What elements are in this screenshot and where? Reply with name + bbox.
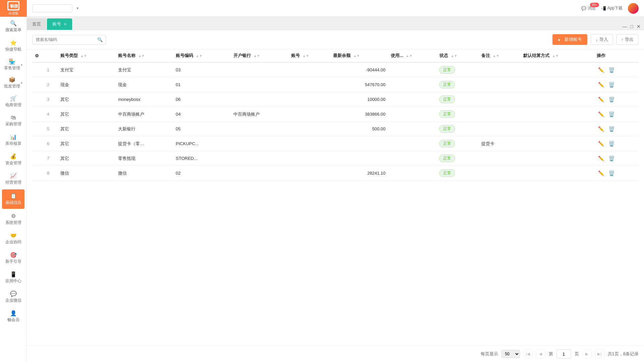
- sidebar-item-search-menu[interactable]: 🔍 搜索菜单: [0, 17, 26, 36]
- sidebar-item-inventory[interactable]: 📊 库存核算: [0, 130, 26, 150]
- delete-btn-6[interactable]: 🗑️: [607, 155, 616, 162]
- status-badge-2: 正常: [439, 96, 455, 103]
- cell-code-4: 05: [173, 122, 231, 136]
- col-account[interactable]: 账号 ▲▼: [288, 49, 330, 62]
- col-type-sort: ▲▼: [80, 54, 87, 58]
- cell-settings-3: [32, 107, 44, 122]
- cell-balance-2: 10000.00: [330, 92, 388, 107]
- toolbar-right: + 新增账号 ↓ 导入 ↑ 导出: [552, 34, 639, 45]
- pagination-last-btn[interactable]: ▶|: [595, 349, 604, 359]
- sidebar-item-enterprise-agreement[interactable]: 🤝 企业协同: [0, 229, 26, 248]
- col-usage[interactable]: 使用... ▲▼: [388, 49, 437, 62]
- delete-btn-3[interactable]: 🗑️: [607, 111, 616, 118]
- page-size-label: 每页显示: [481, 351, 498, 357]
- col-status[interactable]: 状态 ▲▼: [437, 49, 479, 62]
- sidebar-item-enterprise-wechat[interactable]: 💬 企业微信: [0, 287, 26, 307]
- sidebar-item-retail[interactable]: 🏪 零售管理 ▾: [0, 56, 26, 74]
- cell-num-0: 1: [44, 62, 58, 77]
- export-btn[interactable]: ↑ 导出: [616, 34, 639, 45]
- edit-btn-4[interactable]: ✏️: [597, 125, 606, 133]
- edit-btn-1[interactable]: ✏️: [597, 81, 606, 88]
- cell-payment-3: [521, 107, 594, 122]
- sidebar-item-wholesale[interactable]: 📦 批发管理 ▾: [0, 74, 26, 92]
- tab-close-icon[interactable]: ✕: [64, 22, 67, 26]
- delete-btn-1[interactable]: 🗑️: [607, 81, 616, 88]
- topbar-search-input[interactable]: [32, 4, 72, 12]
- sidebar-item-app-center[interactable]: 📱 应用中心: [0, 268, 26, 287]
- edit-btn-0[interactable]: ✏️: [597, 66, 606, 74]
- app-download-icon: 📲: [601, 6, 606, 11]
- edit-btn-2[interactable]: ✏️: [597, 96, 606, 103]
- tab-home[interactable]: 首页: [27, 18, 46, 30]
- search-menu-icon: 🔍: [10, 20, 17, 26]
- edit-btn-6[interactable]: ✏️: [597, 155, 606, 162]
- delete-btn-7[interactable]: 🗑️: [607, 170, 616, 177]
- add-account-btn[interactable]: + 新增账号: [552, 34, 587, 45]
- cell-status-2: 正常: [437, 92, 479, 107]
- topbar-app-download-btn[interactable]: 📲 App下载: [601, 5, 623, 11]
- col-bank[interactable]: 开户银行 ▲▼: [231, 49, 288, 62]
- sidebar-item-label-app-center: 应用中心: [5, 278, 21, 284]
- retail-arrow-icon: ▾: [21, 63, 22, 67]
- col-code[interactable]: 账号编码 ▲▼: [173, 49, 231, 62]
- delete-btn-4[interactable]: 🗑️: [607, 125, 616, 133]
- cell-name-1: 现金: [115, 77, 173, 92]
- col-type[interactable]: 账号类型 ▲▼: [58, 49, 115, 62]
- system-icon: ⚙: [11, 213, 16, 219]
- import-btn[interactable]: ↓ 导入: [591, 34, 613, 45]
- col-settings[interactable]: ⚙: [32, 49, 44, 62]
- cell-notes-7: [479, 166, 521, 181]
- col-notes[interactable]: 备注 ▲▼: [479, 49, 521, 62]
- page-size-select[interactable]: 50 100 200: [501, 350, 520, 358]
- message-icon: 💬: [581, 6, 586, 11]
- edit-btn-5[interactable]: ✏️: [597, 140, 606, 147]
- sidebar-item-purchase[interactable]: 🛍 采购管理: [0, 111, 26, 130]
- page-number-input[interactable]: [556, 349, 571, 359]
- col-payment[interactable]: 默认结算方式 ▲▼: [521, 49, 594, 62]
- cell-usage-5: [388, 136, 437, 151]
- sidebar-item-label-capital: 资金管理: [5, 160, 21, 166]
- sidebar-item-capital[interactable]: 💰 资金管理: [0, 150, 26, 169]
- sidebar-item-system[interactable]: ⚙ 系统管理: [0, 209, 26, 229]
- edit-btn-3[interactable]: ✏️: [597, 111, 606, 118]
- sidebar-item-label-guide: 新手引导: [5, 259, 21, 264]
- topbar-message-btn[interactable]: 💬 消息 99+: [581, 5, 596, 11]
- window-minimize-btn[interactable]: —: [622, 23, 628, 30]
- account-search-input[interactable]: [33, 35, 95, 44]
- sidebar-item-guide[interactable]: 🎯 新手引导: [0, 248, 26, 268]
- delete-btn-0[interactable]: 🗑️: [607, 66, 616, 74]
- pagination-next-btn[interactable]: ▶: [582, 349, 592, 359]
- col-balance[interactable]: 最新余额 ▲▼: [330, 49, 388, 62]
- search-submit-btn[interactable]: 🔍: [95, 35, 106, 44]
- topbar-avatar[interactable]: [628, 3, 639, 14]
- page-toolbar: 🔍 + 新增账号 ↓ 导入 ↑ 导出: [27, 30, 644, 49]
- retail-icon: 🏪: [9, 58, 15, 65]
- sidebar-item-basic-info[interactable]: 📋 基础信息: [2, 189, 24, 209]
- cell-code-1: 01: [173, 77, 231, 92]
- sidebar-item-member[interactable]: 👤 畅会员: [0, 307, 26, 326]
- tab-account[interactable]: 账号 ✕: [47, 18, 72, 30]
- sidebar-item-quick-nav[interactable]: ⭐ 快捷导航: [0, 36, 26, 56]
- cell-notes-0: [479, 62, 521, 77]
- window-maximize-btn[interactable]: □: [630, 23, 634, 30]
- edit-btn-7[interactable]: ✏️: [597, 170, 606, 177]
- delete-btn-5[interactable]: 🗑️: [607, 140, 616, 147]
- col-payment-label: 默认结算方式: [523, 53, 549, 58]
- sidebar-item-operations[interactable]: 📈 经营管理: [0, 169, 26, 189]
- table-row: 6 其它 提货卡（零… PICKUPC... 正常 提货卡 ✏️ 🗑️: [32, 136, 639, 151]
- topbar-dropdown-icon[interactable]: ▾: [76, 6, 79, 11]
- cell-type-2: 其它: [58, 92, 115, 107]
- status-badge-7: 正常: [439, 169, 455, 177]
- cell-num-2: 3: [44, 92, 58, 107]
- pagination-first-btn[interactable]: |◀: [523, 349, 533, 359]
- col-payment-sort: ▲▼: [552, 54, 559, 58]
- sidebar-item-ecommerce[interactable]: 🛒 电商管理: [0, 92, 26, 111]
- sidebar-item-label-system: 系统管理: [5, 220, 21, 226]
- pagination-prev-btn[interactable]: ◀: [536, 349, 545, 359]
- sidebar-item-label-purchase: 采购管理: [5, 121, 21, 127]
- col-name[interactable]: 账号名称 ▲▼: [115, 49, 173, 62]
- window-close-btn[interactable]: ✕: [636, 23, 641, 30]
- account-table: ⚙ 账号类型 ▲▼ 账号名称 ▲▼ 账号编码 ▲▼: [32, 49, 639, 181]
- col-status-label: 状态: [439, 53, 448, 58]
- delete-btn-2[interactable]: 🗑️: [607, 96, 616, 103]
